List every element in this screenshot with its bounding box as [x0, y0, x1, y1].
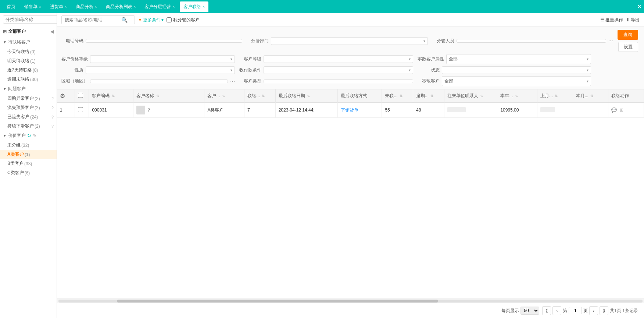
person-input[interactable] — [457, 39, 606, 43]
tab-analysis-close[interactable]: × — [95, 5, 97, 9]
my-customers-check[interactable] — [167, 17, 172, 22]
batch-op-icon: ☰ — [600, 17, 604, 22]
last-way-link[interactable]: 下销货单 — [341, 107, 358, 113]
filter-settings-button[interactable]: 设置 — [618, 42, 638, 52]
b-class-count: (33) — [24, 161, 32, 166]
b-class-label: B类客户 — [7, 160, 24, 167]
row-checkbox[interactable] — [78, 107, 83, 112]
sidebar-item-7days[interactable]: 近7天待联络 (0) — [0, 66, 57, 75]
status-select[interactable]: ▾ — [442, 66, 591, 74]
sort-overdue-icon[interactable]: ⇅ — [430, 94, 433, 98]
sort-code-icon[interactable]: ⇅ — [112, 94, 115, 98]
export-button[interactable]: ⬆ 导出 — [626, 17, 640, 23]
tab-analysis-list[interactable]: 商品分析列表 × — [102, 1, 140, 12]
action-more-icon[interactable]: ⊞ — [620, 107, 623, 113]
tab-sales[interactable]: 销售单 × — [21, 1, 45, 12]
last-page-button[interactable]: ⟫ — [600, 306, 608, 315]
col-code: 客户编码 ⇅ — [89, 89, 133, 103]
col-actions-label: 联络动作 — [611, 93, 629, 98]
person-dots-icon[interactable]: ··· — [608, 38, 613, 44]
filter-search-icon[interactable]: 🔍 — [121, 17, 128, 23]
ungrouped-count: (32) — [21, 143, 29, 148]
col-settings[interactable]: ⚙ — [57, 89, 75, 103]
tab-customer-tier[interactable]: 客户分层经营 × — [141, 1, 178, 12]
tab-analysis[interactable]: 商品分析 × — [72, 1, 101, 12]
more-conditions-button[interactable]: ▼ 更多条件 ▾ — [138, 17, 164, 23]
tab-sales-close[interactable]: × — [39, 5, 41, 9]
retail-attr-select[interactable]: 全部 ▾ — [446, 54, 591, 64]
today-count: (0) — [30, 49, 36, 54]
sort-contact-icon[interactable]: ⇅ — [262, 94, 265, 98]
prev-page-button[interactable]: ‹ — [552, 306, 561, 315]
sidebar-item-overdue[interactable]: 逾期未联络 (30) — [0, 75, 57, 84]
horizontal-scrollbar[interactable] — [57, 298, 644, 303]
scrollbar-thumb[interactable] — [117, 300, 438, 303]
sidebar-section-pending[interactable]: ▼ 待联络客户 — [0, 37, 57, 47]
table-header-row: ⚙ 客户编码 ⇅ 客户名称 ⇅ — [57, 89, 644, 103]
page-number-input[interactable] — [569, 307, 582, 314]
close-all-button[interactable]: × — [638, 3, 641, 10]
retail-attr-value: 全部 — [449, 56, 458, 62]
sort-this-month-icon[interactable]: ⇅ — [590, 94, 593, 98]
sidebar-item-churned[interactable]: 已流失客户 (24) ? — [0, 112, 57, 121]
sort-date-icon[interactable]: ⇅ — [307, 94, 310, 98]
next-page-button[interactable]: › — [589, 306, 598, 315]
select-all-checkbox[interactable] — [78, 93, 83, 98]
table-settings-icon[interactable]: ⚙ — [60, 93, 65, 99]
action-chat-icon[interactable]: 💬 — [611, 107, 617, 113]
refresh-icon[interactable]: ↻ — [27, 133, 31, 138]
sidebar-item-a-class[interactable]: A类客户 (1) — [0, 150, 57, 159]
sidebar-item-tomorrow[interactable]: 明天待联络 (1) — [0, 56, 57, 66]
sidebar-section-problem[interactable]: ▼ 问题客户 — [0, 84, 57, 94]
filter-row-2: 客户价格等级 ▾ 客户等级 ▾ 零散客户属性 全部 — [61, 54, 640, 64]
collapse-icon[interactable]: ◀ — [50, 29, 54, 34]
edit-icon[interactable]: ✎ — [33, 133, 37, 138]
price-level-select[interactable]: ▾ — [90, 55, 235, 63]
retail-attr-label: 零散客户属性 — [418, 56, 444, 62]
sidebar-item-b-class[interactable]: B类客户 (33) — [0, 159, 57, 168]
scrollbar-track — [58, 300, 643, 303]
dept-select[interactable]: ▾ — [271, 37, 427, 45]
sidebar-search-input[interactable] — [3, 15, 57, 24]
region-dots-icon[interactable]: ··· — [230, 78, 235, 85]
tab-purchase[interactable]: 进货单 × — [46, 1, 71, 12]
col-this-year-label: 本年... — [500, 93, 513, 98]
region-input[interactable] — [90, 80, 228, 83]
page-size-select[interactable]: 50 100 200 — [520, 307, 539, 315]
customer-type-input[interactable] — [264, 80, 413, 83]
phone-input[interactable] — [86, 39, 242, 43]
col-code-label: 客户编码 — [92, 93, 110, 98]
filter-search-input[interactable] — [65, 17, 120, 22]
sidebar-item-declining[interactable]: 持续下滑客户 (2) ? — [0, 121, 57, 131]
tab-home[interactable]: 首页 — [3, 1, 19, 12]
sidebar-section-value[interactable]: ▼ 价值客户 ↻ ✎ — [0, 131, 57, 141]
first-page-button[interactable]: ⟪ — [542, 306, 551, 315]
col-contact-person-label: 往来单位联系人 — [447, 93, 478, 98]
tab-purchase-close[interactable]: × — [65, 5, 67, 9]
sort-last-month-icon[interactable]: ⇅ — [555, 94, 558, 98]
sidebar-item-today[interactable]: 今天待联络 (0) — [0, 47, 57, 56]
filter-nature: 性质 ▾ — [61, 66, 235, 74]
sidebar-item-ungrouped[interactable]: 未分组 (32) — [0, 141, 57, 150]
sidebar-item-c-class[interactable]: C类客户 (6) — [0, 168, 57, 177]
tab-customer-contact[interactable]: 客户联络 × — [180, 1, 208, 12]
payment-select[interactable]: ▾ — [264, 66, 413, 74]
sidebar-item-churn-warning[interactable]: 流失预警客户 (3) ? — [0, 103, 57, 112]
retail-customer-select[interactable]: 全部 ▾ — [442, 76, 591, 86]
my-customers-checkbox[interactable]: 我分管的客户 — [167, 17, 200, 23]
tab-customer-tier-close[interactable]: × — [172, 5, 175, 9]
sort-name-icon[interactable]: ⇅ — [156, 94, 159, 98]
tab-analysis-list-close[interactable]: × — [134, 5, 136, 9]
tab-customer-contact-close[interactable]: × — [203, 5, 205, 9]
sort-contact-person-icon[interactable]: ⇅ — [480, 94, 483, 98]
sort-type-icon[interactable]: ⇅ — [222, 94, 225, 98]
sort-this-year-icon[interactable]: ⇅ — [515, 94, 518, 98]
sort-no-contact-icon[interactable]: ⇅ — [400, 94, 402, 98]
nature-select[interactable]: ▾ — [86, 66, 235, 74]
query-button[interactable]: 查询 — [618, 30, 638, 40]
batch-op-button[interactable]: ☰ 批量操作 — [600, 17, 623, 23]
customer-level-select[interactable]: ▾ — [264, 55, 413, 63]
sidebar-item-repurchase-anomaly[interactable]: 回购异常客户 (2) ? — [0, 94, 57, 103]
table-area: ⚙ 客户编码 ⇅ 客户名称 ⇅ — [57, 89, 644, 298]
filter-payment: 收付款条件 ▾ — [239, 66, 413, 74]
